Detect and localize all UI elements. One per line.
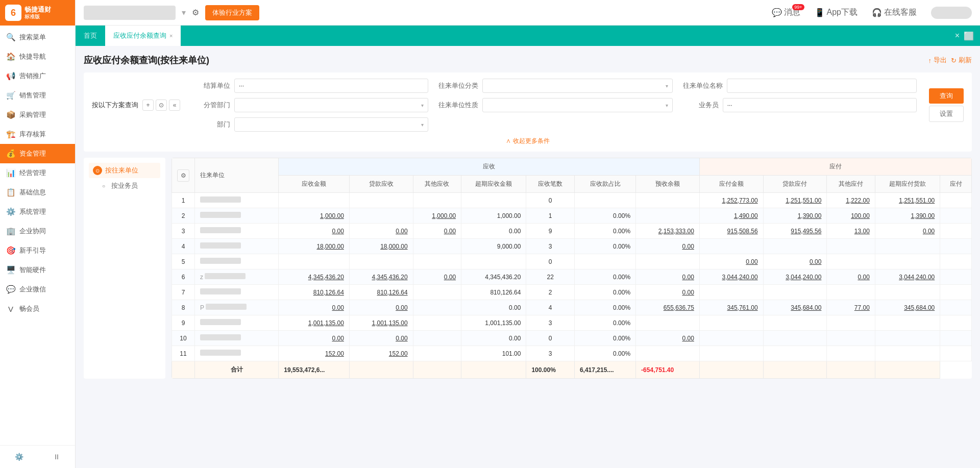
table-cell[interactable]: 0.00 <box>349 331 413 346</box>
online-service-button[interactable]: 🎧 在线客服 <box>872 7 917 18</box>
tab-ar-ap[interactable]: 应收应付余额查询 × <box>105 26 181 46</box>
filter-settings-icon-button[interactable]: ⊙ <box>156 100 167 111</box>
table-cell[interactable] <box>636 254 700 269</box>
sidebar-item-search[interactable]: 🔍 搜索菜单 <box>0 28 75 47</box>
department-input[interactable]: ▾ <box>234 117 428 132</box>
window-maximize-icon[interactable]: ⬜ <box>964 31 974 41</box>
table-cell[interactable] <box>413 331 461 346</box>
filter-collapse-icon-button[interactable]: « <box>169 100 180 111</box>
salesperson-input[interactable]: ··· <box>723 98 917 112</box>
table-cell[interactable]: 915,495.56 <box>763 224 827 239</box>
filter-add-button[interactable]: + <box>142 100 154 111</box>
promo-button[interactable]: 体验行业方案 <box>205 5 259 20</box>
table-cell[interactable] <box>413 254 461 269</box>
tab-close-icon[interactable]: × <box>169 33 173 39</box>
sidebar-item-operation[interactable]: 📊 经营管理 <box>0 163 75 183</box>
table-cell[interactable]: 1,251,551.00 <box>875 193 940 208</box>
table-cell[interactable]: 4,345,436.20 <box>349 269 413 285</box>
table-cell[interactable] <box>636 208 700 224</box>
sidebar-item-sales[interactable]: 🛒 销售管理 <box>0 86 75 105</box>
settlement-unit-input[interactable]: ··· <box>234 79 428 93</box>
table-cell[interactable] <box>699 346 763 361</box>
table-cell[interactable] <box>875 254 940 269</box>
unit-category-input[interactable]: ▾ <box>482 79 672 93</box>
table-cell[interactable]: 0.00 <box>349 300 413 315</box>
table-cell[interactable]: 0.00 <box>636 285 700 300</box>
table-cell[interactable]: 1,001,135.00 <box>349 315 413 331</box>
dept-head-input[interactable]: ▾ <box>234 98 428 112</box>
table-cell[interactable] <box>349 208 413 224</box>
table-cell[interactable] <box>413 239 461 254</box>
unit-nature-input[interactable]: ▾ <box>482 98 672 112</box>
table-cell[interactable]: 18,000.00 <box>349 239 413 254</box>
table-cell[interactable]: 1,252,773.00 <box>699 193 763 208</box>
app-download-button[interactable]: 📱 App下载 <box>815 7 857 18</box>
sidebar-settings-button[interactable]: ⚙️ <box>10 450 29 464</box>
table-cell[interactable] <box>699 315 763 331</box>
table-cell[interactable]: 3,044,240.00 <box>699 269 763 285</box>
sidebar-item-marketing[interactable]: 📢 营销推广 <box>0 66 75 86</box>
table-cell[interactable] <box>413 285 461 300</box>
table-cell[interactable] <box>827 315 875 331</box>
sidebar-item-member[interactable]: V 畅会员 <box>0 299 75 318</box>
sidebar-item-inventory[interactable]: 🏗️ 库存核算 <box>0 125 75 144</box>
query-button[interactable]: 查询 <box>929 88 964 104</box>
table-cell[interactable]: 1,490.00 <box>699 208 763 224</box>
table-cell[interactable]: 0.00 <box>279 331 349 346</box>
table-cell[interactable] <box>875 315 940 331</box>
tab-home[interactable]: 首页 <box>76 26 105 46</box>
table-cell[interactable] <box>827 254 875 269</box>
table-cell[interactable] <box>763 346 827 361</box>
export-button[interactable]: ↑ 导出 <box>928 56 947 65</box>
window-close-icon[interactable]: × <box>955 31 960 40</box>
table-cell[interactable] <box>636 315 700 331</box>
table-cell[interactable]: 810,126.64 <box>279 285 349 300</box>
company-selector[interactable] <box>84 6 176 20</box>
table-cell[interactable]: 915,508.56 <box>699 224 763 239</box>
table-cell[interactable]: 1,251,551.00 <box>763 193 827 208</box>
table-cell[interactable]: 345,684.00 <box>875 300 940 315</box>
table-cell[interactable] <box>349 193 413 208</box>
table-cell[interactable] <box>699 285 763 300</box>
filter-collapse-button[interactable]: ∧ 收起更多条件 <box>92 137 964 145</box>
table-cell[interactable] <box>349 254 413 269</box>
table-cell[interactable]: 18,000.00 <box>279 239 349 254</box>
table-cell[interactable] <box>763 239 827 254</box>
table-cell[interactable] <box>279 193 349 208</box>
sidebar-item-quick[interactable]: 🏠 快捷导航 <box>0 47 75 66</box>
table-cell[interactable] <box>699 331 763 346</box>
sidebar-item-base[interactable]: 📋 基础信息 <box>0 183 75 202</box>
table-cell[interactable]: 655,636.75 <box>636 300 700 315</box>
left-panel-item-by-salesperson[interactable]: ○ 按业务员 <box>89 178 160 193</box>
table-cell[interactable]: 100.00 <box>827 208 875 224</box>
table-settings-icon[interactable]: ⚙ <box>177 169 189 182</box>
table-cell[interactable] <box>413 315 461 331</box>
table-cell[interactable]: 0.00 <box>413 269 461 285</box>
table-cell[interactable]: 0.00 <box>636 239 700 254</box>
table-cell[interactable] <box>763 315 827 331</box>
table-cell[interactable] <box>279 254 349 269</box>
table-cell[interactable]: 345,684.00 <box>763 300 827 315</box>
sidebar-item-system[interactable]: ⚙️ 系统管理 <box>0 202 75 221</box>
sidebar-collapse-button[interactable]: ⏸ <box>48 450 65 464</box>
table-cell[interactable] <box>699 239 763 254</box>
table-cell[interactable]: 0.00 <box>875 224 940 239</box>
table-cell[interactable] <box>827 285 875 300</box>
table-cell[interactable]: 0.00 <box>699 254 763 269</box>
table-cell[interactable]: 0.00 <box>636 269 700 285</box>
table-cell[interactable] <box>763 285 827 300</box>
settings-button[interactable]: 设置 <box>929 106 964 122</box>
table-cell[interactable]: 1,390.00 <box>763 208 827 224</box>
table-cell[interactable]: 77.00 <box>827 300 875 315</box>
table-cell[interactable] <box>636 193 700 208</box>
table-cell[interactable]: 1,222.00 <box>827 193 875 208</box>
table-cell[interactable] <box>875 346 940 361</box>
table-cell[interactable] <box>413 193 461 208</box>
sidebar-item-hardware[interactable]: 🖥️ 智能硬件 <box>0 260 75 280</box>
messages-button[interactable]: 💬 消息 99+ <box>772 7 800 18</box>
table-cell[interactable] <box>636 346 700 361</box>
left-panel-item-by-unit[interactable]: ⊙ 按往来单位 <box>89 163 160 178</box>
table-cell[interactable] <box>827 239 875 254</box>
table-cell[interactable] <box>875 285 940 300</box>
table-cell[interactable]: 2,153,333.00 <box>636 224 700 239</box>
